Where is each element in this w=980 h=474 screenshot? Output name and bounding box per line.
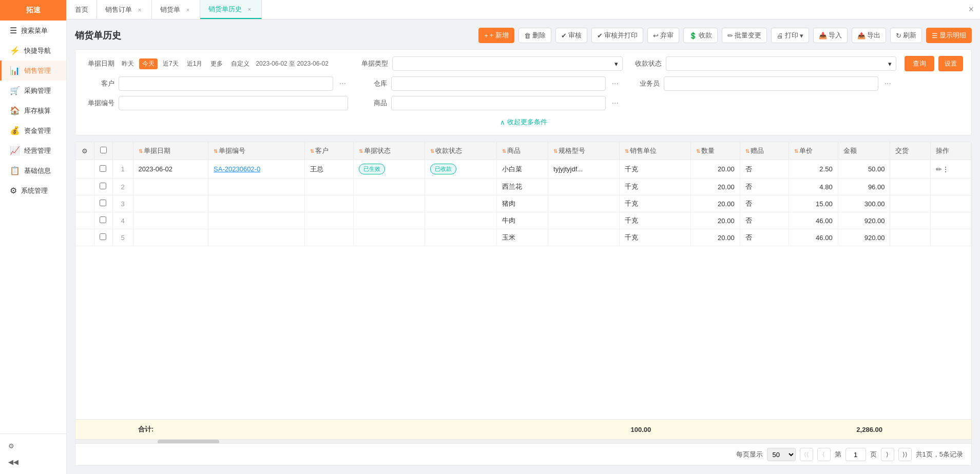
sidebar-item-purchase-mgmt[interactable]: 🛒 采购管理 <box>0 81 66 101</box>
shortcut-1month[interactable]: 近1月 <box>184 58 206 69</box>
filter-settings-btn[interactable]: 设置 <box>938 56 963 71</box>
shortcut-more[interactable]: 更多 <box>207 58 226 69</box>
goods-input[interactable] <box>391 96 606 110</box>
warehouse-input[interactable] <box>391 76 606 91</box>
tab-sales-delivery-close[interactable]: × <box>184 6 191 13</box>
th-price[interactable]: ⇅单价 <box>789 142 838 160</box>
th-checkbox[interactable] <box>94 142 112 160</box>
review-btn[interactable]: ✔ 审核 <box>555 28 587 43</box>
td-collection-status <box>425 229 496 246</box>
edit-icon[interactable]: ✏ <box>936 165 942 173</box>
th-customer[interactable]: ⇅客户 <box>304 142 354 160</box>
td-action[interactable] <box>931 212 971 229</box>
display-detail-btn[interactable]: ☰ 显示明细 <box>926 28 972 43</box>
td-checkbox[interactable] <box>94 229 112 246</box>
th-doc-status[interactable]: ⇅单据状态 <box>354 142 425 160</box>
select-all-checkbox[interactable] <box>100 147 107 153</box>
sidebar-settings-btn[interactable]: ⚙ <box>0 438 66 454</box>
tab-home[interactable]: 首页 <box>67 0 97 19</box>
th-settings[interactable]: ⚙ <box>75 142 94 160</box>
table-scroll-area[interactable]: ⚙ ⇅单据日期 ⇅单据编号 ⇅客户 ⇅单据状态 ⇅收款状态 ⇅商品 ⇅规格型号 … <box>75 142 971 419</box>
th-goods[interactable]: ⇅商品 <box>496 142 548 160</box>
doc-number-input[interactable] <box>119 96 348 110</box>
customer-more-btn[interactable]: ··· <box>337 79 348 88</box>
page-number-input[interactable] <box>846 448 866 461</box>
th-doc-number[interactable]: ⇅单据编号 <box>208 142 305 160</box>
td-action[interactable] <box>931 179 971 195</box>
td-doc-number[interactable]: SA-20230602-0 <box>208 160 305 179</box>
td-checkbox[interactable] <box>94 212 112 229</box>
td-doc-number[interactable] <box>208 212 305 229</box>
row-checkbox[interactable] <box>100 200 106 206</box>
sidebar-item-basic-info[interactable]: 📋 基础信息 <box>0 161 66 181</box>
salesperson-input[interactable] <box>664 76 878 91</box>
doc-type-select[interactable]: ▾ <box>392 56 623 71</box>
query-btn[interactable]: 查询 <box>905 56 934 71</box>
td-checkbox[interactable] <box>94 195 112 212</box>
more-icon[interactable]: ⋮ <box>942 165 949 173</box>
row-checkbox[interactable] <box>100 183 106 189</box>
goods-more-btn[interactable]: ··· <box>610 98 621 108</box>
batch-change-btn[interactable]: ✏ 批量变更 <box>722 28 767 43</box>
sidebar-item-ops-mgmt[interactable]: 📈 经营管理 <box>0 141 66 161</box>
export-btn[interactable]: 📤 导出 <box>852 28 886 43</box>
td-action[interactable] <box>931 229 971 246</box>
sidebar-item-fund-mgmt[interactable]: 💰 资金管理 <box>0 121 66 141</box>
salesperson-more-btn[interactable]: ··· <box>882 79 893 88</box>
shortcut-7days[interactable]: 近7天 <box>160 58 182 69</box>
shortcut-custom[interactable]: 自定义 <box>228 58 253 69</box>
td-doc-number[interactable] <box>208 195 305 212</box>
refresh-btn[interactable]: ↻ 刷新 <box>890 28 922 43</box>
th-unit[interactable]: ⇅销售单位 <box>620 142 691 160</box>
horizontal-scrollbar[interactable] <box>75 439 971 443</box>
customer-input[interactable] <box>119 76 333 91</box>
th-spec[interactable]: ⇅规格型号 <box>548 142 620 160</box>
td-action[interactable] <box>931 195 971 212</box>
per-page-select[interactable]: 50 10 20 100 <box>767 448 796 461</box>
tab-sales-order-close[interactable]: × <box>136 6 143 13</box>
print-btn[interactable]: 🖨 打印 ▾ <box>771 28 809 43</box>
close-all-btn[interactable]: × <box>962 4 980 15</box>
td-doc-number[interactable] <box>208 179 305 195</box>
th-qty[interactable]: ⇅数量 <box>691 142 740 160</box>
import-btn[interactable]: 📥 导入 <box>813 28 848 43</box>
next-page-btn[interactable]: ⟩ <box>881 448 894 461</box>
shortcut-today[interactable]: 今天 <box>139 58 158 69</box>
th-collection-status[interactable]: ⇅收款状态 <box>425 142 496 160</box>
th-gift[interactable]: ⇅赠品 <box>740 142 789 160</box>
collapse-filter-btn[interactable]: ∧ 收起更多条件 <box>84 115 963 129</box>
sidebar-item-sales-mgmt[interactable]: 📊 销售管理 <box>0 61 66 81</box>
tab-sales-delivery-history-close[interactable]: × <box>246 6 253 13</box>
td-checkbox[interactable] <box>94 179 112 195</box>
date-range-value: 2023-06-02 至 2023-06-02 <box>256 60 328 68</box>
td-checkbox[interactable] <box>94 160 112 179</box>
prev-page-btn[interactable]: ⟨ <box>817 448 831 461</box>
shortcut-yesterday[interactable]: 昨天 <box>119 58 137 69</box>
doc-number-link[interactable]: SA-20230602-0 <box>214 165 260 173</box>
tab-sales-delivery-history[interactable]: 销货单历史 × <box>200 0 262 19</box>
sidebar-collapse-btn[interactable]: ◀◀ <box>0 454 66 470</box>
filter-doc-type: 单据类型 ▾ <box>357 56 623 71</box>
td-unit: 千克 <box>620 212 691 229</box>
row-checkbox[interactable] <box>100 233 106 240</box>
new-btn[interactable]: + + 新增 <box>478 28 514 43</box>
sidebar-item-inventory-calc[interactable]: 🏠 库存核算 <box>0 101 66 121</box>
tab-sales-delivery[interactable]: 销货单 × <box>152 0 200 19</box>
th-doc-date[interactable]: ⇅单据日期 <box>133 142 208 160</box>
row-checkbox[interactable] <box>100 165 106 172</box>
abandon-btn[interactable]: ↩ 弃审 <box>647 28 679 43</box>
review-print-btn[interactable]: ✔ 审核并打印 <box>591 28 643 43</box>
sidebar-item-search-menu[interactable]: ☰ 搜索菜单 <box>0 21 66 41</box>
delete-btn[interactable]: 🗑 删除 <box>518 28 551 43</box>
collection-status-select[interactable]: ▾ <box>666 56 896 71</box>
warehouse-more-btn[interactable]: ··· <box>610 79 621 88</box>
tab-sales-order[interactable]: 销售订单 × <box>97 0 152 19</box>
sidebar-item-quick-nav[interactable]: ⚡ 快捷导航 <box>0 41 66 61</box>
td-doc-number[interactable] <box>208 229 305 246</box>
sidebar-item-sys-mgmt[interactable]: ⚙ 系统管理 <box>0 181 66 201</box>
collect-btn[interactable]: 💲 收款 <box>683 28 718 43</box>
last-page-btn[interactable]: ⟩⟩ <box>898 448 912 461</box>
row-checkbox[interactable] <box>100 216 106 223</box>
td-action[interactable]: ✏⋮ <box>931 160 971 179</box>
first-page-btn[interactable]: ⟨⟨ <box>800 448 813 461</box>
